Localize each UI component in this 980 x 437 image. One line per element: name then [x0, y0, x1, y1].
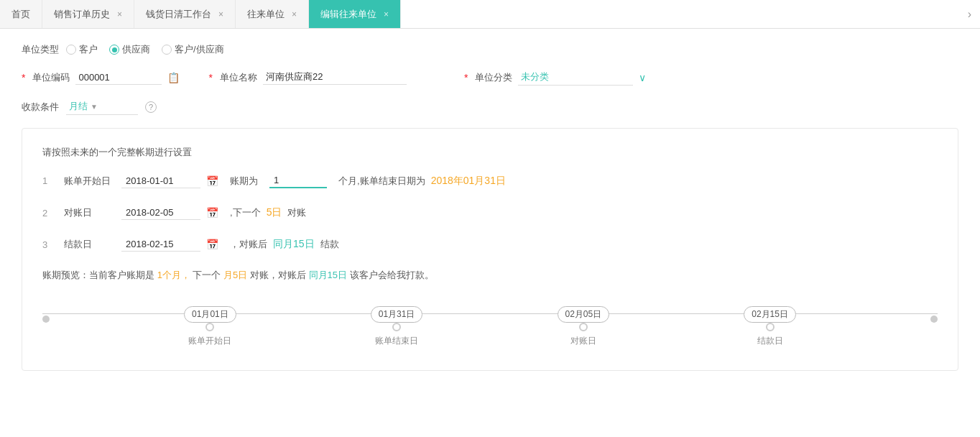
- tab-partner-unit[interactable]: 往来单位 ×: [236, 0, 309, 28]
- preview-reconcile-date: 月5日: [223, 270, 247, 280]
- row-type-2: 对账日: [64, 206, 121, 219]
- start-date-calendar-icon[interactable]: 📅: [206, 175, 218, 187]
- unit-code-field: * 单位编码 📋: [22, 70, 180, 85]
- setting-row-1: 1 账单开始日 📅 账期为 个月,账单结束日期为 2018年01月31日: [42, 173, 938, 188]
- tab-edit-partner-unit[interactable]: 编辑往来单位 ×: [309, 0, 401, 28]
- reconcile-date-input[interactable]: [121, 206, 200, 220]
- tab-close-sales-order-history[interactable]: ×: [117, 9, 122, 19]
- timeline-dot-4: [766, 323, 775, 331]
- tab-bar: 首页 销售订单历史 × 钱货日清工作台 × 往来单位 × 编辑往来单位 × ›: [0, 0, 980, 29]
- payment-terms-help-icon[interactable]: ?: [145, 101, 157, 113]
- timeline-node-1: 01月01日 账单开始日: [184, 306, 236, 331]
- tab-close-partner-unit[interactable]: ×: [292, 9, 297, 19]
- timeline-dot-3: [579, 323, 588, 331]
- timeline-dot-1: [205, 323, 214, 331]
- unit-code-name-category-row: * 单位编码 📋 * 单位名称 * 单位分类 未分类 ∨: [22, 69, 958, 86]
- unit-category-label: 单位分类: [475, 71, 512, 84]
- payment-date-input[interactable]: [121, 237, 200, 252]
- unit-name-label: 单位名称: [220, 71, 257, 84]
- tab-cash-work-bench[interactable]: 钱货日清工作台 ×: [134, 0, 236, 28]
- timeline-badge-1: 01月01日: [184, 306, 236, 323]
- reconcile-date-calendar-icon[interactable]: 📅: [206, 207, 218, 218]
- row-num-1: 1: [42, 175, 64, 186]
- timeline-label-3: 对账日: [570, 335, 596, 347]
- reconcile-highlight-date: 5日: [267, 206, 282, 219]
- timeline-label-1: 账单开始日: [188, 335, 231, 347]
- start-date-input[interactable]: [121, 174, 200, 188]
- reconcile-prefix: ,下一个: [230, 206, 261, 219]
- tab-home[interactable]: 首页: [0, 0, 42, 28]
- radio-supplier[interactable]: 供应商: [109, 43, 150, 56]
- row-type-1: 账单开始日: [64, 175, 121, 188]
- setting-row-3: 3 结款日 📅 ，对账后 同月15日 结款: [42, 237, 938, 252]
- reconcile-suffix: 对账: [287, 206, 306, 219]
- payment-terms-chevron-icon: ▼: [91, 103, 98, 111]
- setting-row-2: 2 对账日 📅 ,下一个 5日 对账: [42, 206, 938, 220]
- preview-period: 1个月，: [157, 270, 190, 280]
- row-type-3: 结款日: [64, 238, 121, 251]
- tab-close-cash-work-bench[interactable]: ×: [218, 9, 223, 19]
- timeline-node-2: 01月31日 账单结束日: [371, 306, 423, 331]
- timeline-node-4: 02月15日 结款日: [744, 306, 796, 331]
- radio-circle-customer: [66, 45, 76, 55]
- payment-terms-select[interactable]: 月结 ▼: [66, 98, 138, 115]
- timeline-badge-4: 02月15日: [744, 306, 796, 323]
- tab-sales-order-history[interactable]: 销售订单历史 ×: [42, 0, 134, 28]
- unit-category-value: 未分类: [521, 70, 549, 83]
- radio-customer-supplier[interactable]: 客户/供应商: [162, 43, 224, 56]
- timeline-badge-2: 01月31日: [371, 306, 423, 323]
- tab-close-edit-partner-unit[interactable]: ×: [384, 9, 389, 19]
- unit-type-label: 单位类型: [22, 43, 59, 56]
- unit-type-row: 单位类型 客户 供应商 客户/供应商: [22, 43, 958, 56]
- timeline-label-4: 结款日: [757, 335, 783, 347]
- radio-circle-supplier: [109, 45, 119, 55]
- card-title: 请按照未来的一个完整帐期进行设置: [42, 146, 938, 159]
- unit-name-input[interactable]: [263, 70, 407, 85]
- payment-highlight-date: 同月15日: [273, 238, 315, 251]
- unit-name-field: * 单位名称: [208, 70, 406, 85]
- timeline-badge-3: 02月05日: [558, 306, 610, 323]
- payment-prefix: ，对账后: [230, 238, 267, 251]
- preview-text: 账期预览：当前客户账期是 1个月， 下一个 月5日 对账，对账后 同月15日 该…: [42, 269, 938, 282]
- timeline-nodes: 01月01日 账单开始日 01月31日 账单结束日 02月05日 对账日: [42, 306, 938, 331]
- payment-terms-row: 收款条件 月结 ▼ ?: [22, 98, 958, 115]
- payment-terms-value: 月结: [69, 100, 88, 113]
- payment-date-calendar-icon[interactable]: 📅: [206, 239, 218, 250]
- unit-category-select[interactable]: 未分类: [518, 69, 633, 86]
- row-num-2: 2: [42, 208, 64, 218]
- payment-suffix: 结款: [320, 238, 339, 251]
- timeline-node-3: 02月05日 对账日: [558, 306, 610, 331]
- unit-type-radio-group: 客户 供应商 客户/供应商: [66, 43, 224, 56]
- period-value-input[interactable]: [269, 173, 327, 188]
- account-period-label: 账期为: [230, 175, 258, 188]
- tab-expand-button[interactable]: ›: [959, 0, 980, 28]
- unit-category-dropdown-icon[interactable]: ∨: [639, 72, 646, 83]
- timeline-end-dot: [930, 316, 938, 323]
- payment-terms-label: 收款条件: [22, 101, 59, 114]
- unit-code-icon[interactable]: 📋: [167, 72, 180, 83]
- period-end-date: 2018年01月31日: [431, 175, 506, 188]
- unit-code-label: 单位编码: [32, 71, 70, 84]
- row-num-3: 3: [42, 239, 64, 250]
- radio-circle-customer-supplier: [162, 45, 172, 55]
- timeline-label-2: 账单结束日: [375, 335, 418, 347]
- main-content: 单位类型 客户 供应商 客户/供应商 * 单位编码 📋 *: [0, 29, 980, 437]
- radio-customer[interactable]: 客户: [66, 43, 98, 56]
- period-suffix: 个月,账单结束日期为: [338, 175, 425, 188]
- unit-code-input[interactable]: [75, 70, 162, 85]
- period-settings-card: 请按照未来的一个完整帐期进行设置 1 账单开始日 📅 账期为 个月,账单结束日期…: [22, 128, 958, 371]
- timeline-dot-2: [392, 323, 401, 331]
- preview-payment-date: 同月15日: [309, 270, 347, 280]
- unit-category-field: * 单位分类 未分类 ∨: [464, 69, 646, 86]
- timeline: 01月01日 账单开始日 01月31日 账单结束日 02月05日 对账日: [42, 299, 938, 353]
- timeline-start-dot: [42, 316, 50, 323]
